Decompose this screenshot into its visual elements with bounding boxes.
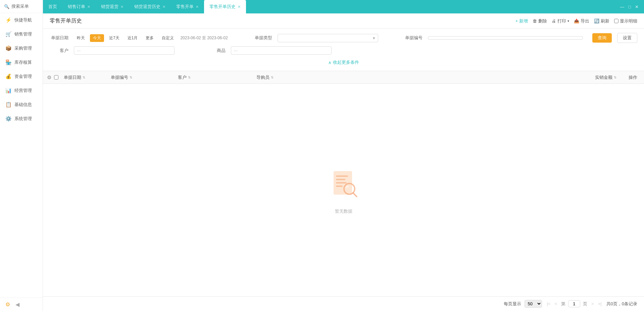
th-bill-date-sort-icon[interactable]: ⇅: [83, 75, 85, 79]
sidebar-item-sales-mgmt[interactable]: 🛒 销售管理: [0, 27, 43, 41]
th-customer-sort-icon[interactable]: ⇅: [188, 75, 191, 79]
customer-input[interactable]: ···: [74, 46, 175, 55]
sidebar-item-ops[interactable]: 📊 经营管理: [0, 84, 43, 98]
th-actual-amount-label: 实销金额: [595, 74, 612, 81]
add-button[interactable]: + 新增: [515, 18, 528, 24]
query-button[interactable]: 查询: [592, 33, 612, 43]
sidebar-item-label: 快捷导航: [14, 17, 32, 23]
prev-page-btn[interactable]: <: [553, 301, 558, 307]
sidebar-item-system[interactable]: ⚙️ 系统管理: [0, 112, 43, 126]
tab-retail-open-history[interactable]: 零售开单历史 ✕: [204, 0, 246, 13]
export-button[interactable]: 📤 导出: [574, 18, 589, 24]
inventory-icon: 🏪: [5, 59, 12, 65]
last7-btn[interactable]: 近7天: [106, 34, 122, 42]
th-bill-no-sort-icon[interactable]: ⇅: [130, 75, 132, 79]
delete-button[interactable]: 🗑 删除: [533, 18, 547, 24]
customer-placeholder: ···: [77, 48, 81, 53]
sidebar-item-finance[interactable]: 💰 资金管理: [0, 69, 43, 84]
current-page-input[interactable]: [568, 300, 580, 307]
refresh-button[interactable]: 🔄 刷新: [594, 18, 609, 24]
collapse-sidebar-icon[interactable]: ◀: [15, 301, 19, 308]
bill-type-arrow-icon: ▾: [373, 36, 375, 41]
customer-label: 客户: [50, 48, 68, 54]
tab-retail-open[interactable]: 零售开单 ✕: [171, 0, 204, 13]
empty-illustration: [325, 166, 362, 203]
sidebar-item-label: 基础信息: [14, 102, 32, 108]
per-page-select[interactable]: 50 10 20 100: [525, 300, 542, 308]
delete-label: 删除: [538, 18, 547, 24]
svg-rect-3: [336, 182, 347, 184]
sidebar: 🔍 搜索采单 ⚡ 快捷导航 🛒 销售管理 📦 采购管理 🏪 库存核算 💰 资金管…: [0, 0, 43, 311]
filter-area: 单据日期 昨天 今天 近7天 近1月 更多 自定义 2023-06-02 至 2…: [43, 29, 644, 71]
refresh-icon: 🔄: [594, 18, 599, 23]
tab-sales-return[interactable]: 销货退货 ✕: [96, 0, 129, 13]
refresh-label: 刷新: [601, 18, 609, 24]
print-button[interactable]: 🖨 打印 ▾: [552, 18, 569, 24]
tab-retail-open-history-close[interactable]: ✕: [238, 5, 241, 9]
sidebar-search-label: 搜索采单: [11, 3, 29, 9]
custom-btn[interactable]: 自定义: [159, 34, 177, 42]
goods-input[interactable]: ···: [231, 46, 332, 55]
collapse-row[interactable]: ∧ 收起更多条件: [50, 58, 637, 68]
svg-line-6: [353, 193, 357, 197]
window-close-icon[interactable]: ✕: [635, 4, 639, 9]
show-detail-checkbox[interactable]: [614, 19, 618, 23]
sidebar-menu: ⚡ 快捷导航 🛒 销售管理 📦 采购管理 🏪 库存核算 💰 资金管理 📊 经营管…: [0, 13, 43, 298]
column-settings-icon[interactable]: ⚙: [47, 74, 51, 81]
last-page-btn[interactable]: >|: [597, 301, 603, 307]
sidebar-item-purchase-mgmt[interactable]: 📦 采购管理: [0, 41, 43, 55]
th-bill-no: 单据编号 ⇅: [108, 74, 135, 81]
goods-label: 商品: [207, 48, 226, 54]
tab-sales-order[interactable]: 销售订单 ✕: [62, 0, 96, 13]
th-guide-sort-icon[interactable]: ⇅: [271, 75, 274, 79]
basic-info-icon: 📋: [5, 102, 12, 108]
settings-gear-icon[interactable]: ⚙: [5, 301, 10, 308]
goods-placeholder: ···: [234, 48, 238, 53]
bill-type-select[interactable]: ▾: [278, 34, 378, 42]
print-dropdown-icon: ▾: [567, 19, 569, 23]
tab-sales-return-history[interactable]: 销货退货历史 ✕: [129, 0, 171, 13]
system-icon: ⚙️: [5, 116, 12, 122]
th-action: 操作: [626, 74, 640, 81]
window-minimize-icon[interactable]: —: [620, 4, 624, 9]
sales-mgmt-icon: 🛒: [5, 31, 12, 37]
sidebar-item-inventory[interactable]: 🏪 库存核算: [0, 55, 43, 69]
date-shortcuts: 昨天 今天 近7天 近1月 更多 自定义 2023-06-02 至 2023-0…: [74, 34, 228, 42]
today-btn[interactable]: 今天: [90, 34, 104, 42]
window-maximize-icon[interactable]: □: [628, 4, 631, 9]
page-nav: |< < 第 页 > >|: [545, 300, 603, 308]
delete-icon: 🗑: [533, 18, 537, 23]
show-detail-checkbox-label[interactable]: 显示明细: [614, 18, 637, 24]
select-all-checkbox[interactable]: [54, 75, 58, 80]
sidebar-search[interactable]: 🔍 搜索采单: [0, 0, 43, 13]
bill-no-input[interactable]: [428, 36, 583, 40]
quick-nav-icon: ⚡: [5, 17, 12, 23]
more-btn[interactable]: 更多: [143, 34, 157, 42]
tab-sales-order-close[interactable]: ✕: [87, 5, 90, 9]
sidebar-item-label: 系统管理: [14, 116, 32, 122]
tab-sales-return-history-close[interactable]: ✕: [162, 5, 165, 9]
search-icon: 🔍: [4, 4, 9, 9]
total-info: 共0页，0条记录: [606, 301, 637, 307]
first-page-btn[interactable]: |<: [545, 301, 552, 307]
finance-icon: 💰: [5, 73, 12, 80]
sidebar-item-label: 资金管理: [14, 73, 32, 80]
th-actual-amount-sort-icon[interactable]: ⇅: [614, 75, 616, 79]
svg-rect-4: [336, 186, 343, 187]
print-icon: 🖨: [552, 18, 556, 23]
svg-rect-2: [336, 179, 345, 180]
next-page-btn[interactable]: >: [590, 301, 595, 307]
tab-bar: 首页 销售订单 ✕ 销货退货 ✕ 销货退货历史 ✕ 零售开单 ✕ 零售开单历史 …: [43, 0, 644, 13]
tab-home[interactable]: 首页: [43, 0, 62, 13]
svg-rect-1: [336, 175, 348, 177]
yesterday-btn[interactable]: 昨天: [74, 34, 88, 42]
toolbar: + 新增 🗑 删除 🖨 打印 ▾ 📤 导出 🔄 刷新 显示明细: [515, 18, 637, 24]
tab-retail-open-close[interactable]: ✕: [196, 5, 199, 9]
table-body: 暂无数据: [43, 84, 644, 296]
sidebar-item-basic-info[interactable]: 📋 基础信息: [0, 98, 43, 112]
settings-button[interactable]: 设置: [617, 33, 637, 43]
sidebar-item-quick-nav[interactable]: ⚡ 快捷导航: [0, 13, 43, 27]
last-month-btn[interactable]: 近1月: [125, 34, 141, 42]
tab-sales-return-close[interactable]: ✕: [120, 5, 123, 9]
main-content: 首页 销售订单 ✕ 销货退货 ✕ 销货退货历史 ✕ 零售开单 ✕ 零售开单历史 …: [43, 0, 644, 311]
